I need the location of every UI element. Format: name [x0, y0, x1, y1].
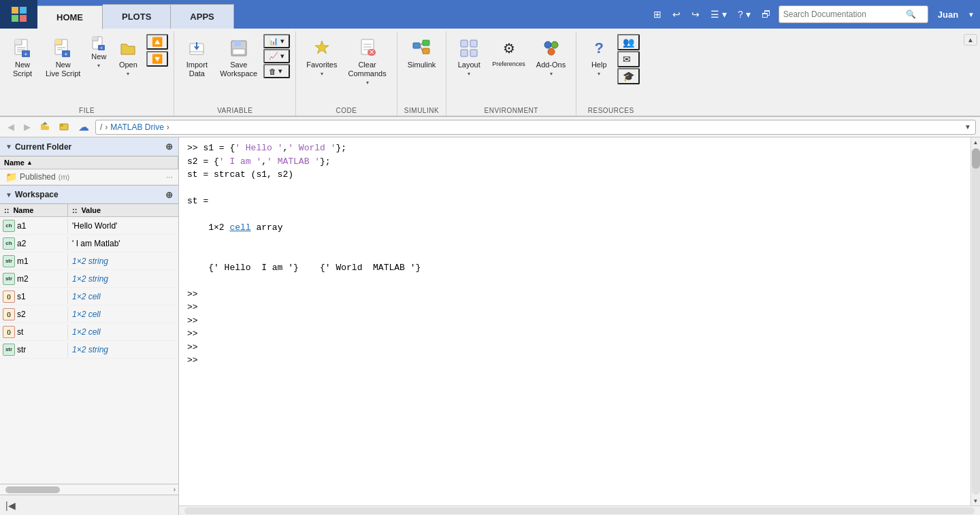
svg-rect-50: [60, 124, 63, 127]
search-doc-input[interactable]: [783, 10, 906, 19]
ws-row-s2[interactable]: {} s2 1×2 cell: [0, 305, 178, 323]
ws-horizontal-scrollbar[interactable]: ›: [0, 484, 178, 495]
cmd-prompt-4: >>: [187, 327, 962, 341]
svg-marker-27: [315, 41, 329, 54]
cmd-line-2: s2 = {' I am ',' MATLAB '};: [187, 155, 962, 169]
simulink-section-label: SIMULINK: [403, 105, 441, 116]
toolbar-btn[interactable]: ☰ ▾: [707, 7, 730, 22]
tab-home[interactable]: HOME: [37, 5, 103, 30]
favorites-label: Favorites: [306, 61, 337, 69]
svg-rect-36: [423, 48, 429, 54]
workspace-settings-icon[interactable]: ⊕: [165, 190, 173, 200]
cmd-line-st-eq: st =: [187, 195, 962, 208]
ws-row-a2[interactable]: ch a2 ' I am Matlab': [0, 235, 178, 252]
ws-row-a1[interactable]: ch a1 'Hello World': [0, 217, 178, 235]
ribbon-section-variable: ImportData SaveWorkspace 📊 ▾ 📈 ▾: [174, 31, 296, 116]
clear-workspace-button[interactable]: 🗑 ▾: [263, 64, 290, 78]
add-ons-button[interactable]: Add-Ons ▾: [532, 34, 570, 80]
new-script-button[interactable]: + NewScript: [5, 34, 39, 82]
new-button[interactable]: + New ▾: [86, 34, 111, 71]
request-support-button[interactable]: ✉: [617, 51, 640, 67]
addr-up-button[interactable]: [37, 119, 53, 135]
bottom-left-bar: |◀: [0, 495, 178, 515]
ws-str-type-icon: str: [3, 344, 15, 356]
ws-row-m1[interactable]: str m1 1×2 string: [0, 252, 178, 270]
learn-matlab-button[interactable]: 🎓: [617, 68, 640, 84]
learn-matlab-icon: 🎓: [623, 71, 634, 82]
addr-chevron-2: ›: [167, 122, 169, 132]
current-folder-settings-icon[interactable]: ⊕: [165, 142, 173, 152]
open-button[interactable]: Open ▾: [112, 34, 144, 80]
ws-m1-name: str m1: [0, 254, 68, 269]
redo-btn[interactable]: ↪: [688, 7, 703, 22]
tab-plots[interactable]: PLOTS: [103, 4, 171, 29]
ws-str-name: str str: [0, 342, 68, 357]
new-live-script-button[interactable]: + NewLive Script: [41, 34, 85, 82]
addr-chevron-1: ›: [105, 122, 108, 132]
svg-text:+: +: [24, 51, 27, 58]
ws-row-str[interactable]: str str 1×2 string: [0, 341, 178, 359]
published-folder-item[interactable]: 📁 Published (m) ···: [0, 169, 178, 185]
tab-apps[interactable]: APPS: [171, 4, 233, 29]
cmd-bottom-scrollbar[interactable]: [179, 505, 980, 515]
cell-link[interactable]: cell: [229, 222, 250, 233]
ws-a1-type-icon: ch: [3, 220, 15, 232]
user-label: Juan: [932, 10, 964, 20]
current-folder-header: ▼ Current Folder ⊕: [0, 137, 178, 156]
nav-up-button[interactable]: 🔼: [146, 34, 168, 50]
title-bar-right: ⊞ ↩ ↪ ☰ ▾ ? ▾ 🗗 🔍 Juan ▼: [644, 0, 980, 29]
open-variable-button[interactable]: 📈 ▾: [263, 49, 290, 63]
user-dropdown-arrow[interactable]: ▼: [968, 11, 975, 18]
workspace-arrow: ▼: [5, 191, 12, 199]
ws-a2-type-icon: ch: [3, 237, 15, 250]
bottom-left-icon[interactable]: |◀: [5, 500, 16, 511]
ws-scroll-right-arrow[interactable]: ›: [174, 486, 178, 493]
nav-down-button[interactable]: 🔽: [146, 51, 168, 67]
new-variable-button[interactable]: 📊 ▾: [263, 34, 290, 48]
preferences-button[interactable]: ⚙ Preferences: [487, 34, 530, 71]
command-window-content[interactable]: >> s1 = {' Hello ',' World '}; s2 = {' I…: [179, 137, 970, 505]
clear-commands-label: ClearCommands: [348, 61, 386, 78]
minimize-btn[interactable]: 🗗: [758, 7, 774, 22]
addr-cloud-button[interactable]: ☁: [75, 118, 93, 135]
simulink-label: Simulink: [408, 61, 436, 69]
help-btn[interactable]: ? ▾: [734, 7, 754, 22]
save-workspace-button[interactable]: SaveWorkspace: [215, 34, 262, 82]
layout-button[interactable]: Layout ▾: [452, 34, 486, 80]
clear-commands-button[interactable]: ✕ ClearCommands ▾: [343, 34, 391, 89]
svg-rect-34: [413, 43, 420, 48]
addr-path-bar: / › MATLAB Drive › ▼: [95, 120, 976, 135]
addr-browse-button[interactable]: [56, 119, 72, 135]
ws-row-st[interactable]: {} st 1×2 cell: [0, 323, 178, 341]
simulink-button[interactable]: Simulink: [403, 34, 441, 73]
ws-value-col-header: :: Value: [68, 204, 178, 216]
favorites-button[interactable]: Favorites ▾: [301, 34, 342, 80]
addr-forward-button[interactable]: ▶: [20, 120, 34, 134]
folder-more-icon[interactable]: ···: [166, 172, 173, 182]
ws-row-s1[interactable]: {} s1 1×2 cell: [0, 288, 178, 305]
current-folder-arrow: ▼: [5, 143, 12, 150]
ribbon-collapse-button[interactable]: ▲: [964, 34, 977, 46]
cmd-scroll-down-btn[interactable]: ▼: [971, 496, 981, 505]
new-script-label: NewScript: [13, 61, 32, 78]
cmd-scroll-up-btn[interactable]: ▲: [971, 137, 981, 147]
help-button[interactable]: ? Help ▾: [582, 34, 616, 80]
tab-bar: HOME PLOTS APPS: [37, 0, 644, 29]
addr-matlab-drive-item[interactable]: MATLAB Drive: [110, 122, 163, 132]
folder-icon: 📁: [5, 171, 17, 182]
ws-a1-name: ch a1: [0, 218, 68, 233]
community-icon: 👥: [623, 37, 634, 48]
undo-btn[interactable]: ↩: [669, 7, 684, 22]
cmd-prompt-5: >>: [187, 341, 962, 354]
addr-dropdown-arrow[interactable]: ▼: [964, 123, 971, 131]
new-icon: +: [91, 36, 106, 51]
community-button[interactable]: 👥: [617, 34, 640, 50]
save-icon-btn[interactable]: ⊞: [650, 7, 665, 22]
svg-rect-18: [93, 37, 98, 41]
import-data-button[interactable]: ImportData: [180, 34, 214, 82]
ws-row-m2[interactable]: str m2 1×2 string: [0, 270, 178, 288]
clear-commands-icon: ✕: [357, 37, 378, 59]
cmd-right-scrollbar[interactable]: ▲ ▼: [970, 137, 980, 505]
addr-back-button[interactable]: ◀: [4, 120, 18, 134]
ws-m2-name: str m2: [0, 271, 68, 286]
